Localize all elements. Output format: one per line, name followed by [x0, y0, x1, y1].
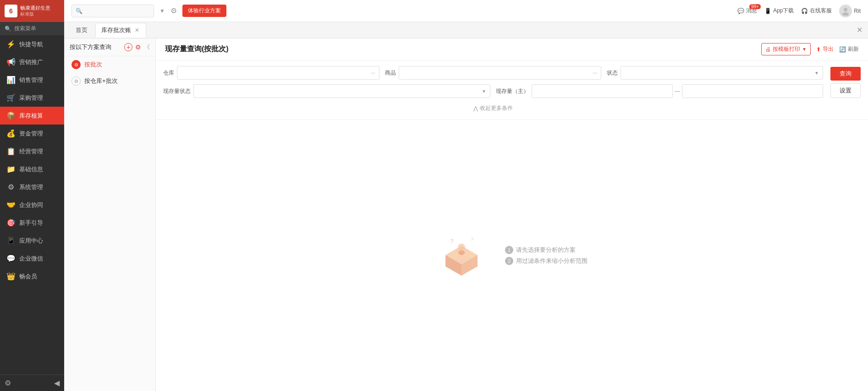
phone-icon: 📱: [764, 8, 771, 14]
tab-inventory-batch-close[interactable]: ✕: [134, 27, 140, 33]
sidebar-item-sales[interactable]: 📊 销售管理: [0, 71, 64, 89]
template-print-btn[interactable]: 🖨 按模板打印 ▼: [761, 43, 811, 55]
warehouse-field: 仓库 ···: [163, 66, 379, 80]
collapse-more-label: 收起更多条件: [480, 104, 513, 112]
settings-footer-icon[interactable]: ⚙: [5, 379, 11, 387]
settings-btn[interactable]: 设置: [830, 83, 861, 98]
product-field: 商品 ···: [385, 66, 601, 80]
sidebar-search[interactable]: 🔍 搜索菜单: [0, 22, 64, 35]
stock-status-field: 现存量状态 ▼: [163, 84, 490, 98]
online-service-btn[interactable]: 🎧 在线客服: [801, 7, 832, 15]
stock-status-label: 现存量状态: [163, 87, 191, 95]
refresh-btn[interactable]: 🔄 刷新: [839, 45, 859, 53]
topbar-search-box[interactable]: 🔍: [71, 5, 154, 17]
sidebar-item-purchase[interactable]: 🛒 采购管理: [0, 89, 64, 107]
content-header-actions: 🖨 按模板打印 ▼ ⬆ 导出 🔄 刷新: [761, 43, 859, 55]
filter-form: 仓库 ··· 商品 ···: [156, 60, 868, 120]
message-icon: 💬: [737, 8, 744, 14]
print-dropdown-icon[interactable]: ▼: [802, 47, 807, 52]
stock-status-select[interactable]: ▼: [193, 84, 490, 98]
sidebar-item-member[interactable]: 👑 畅会员: [0, 267, 64, 285]
user-profile-btn[interactable]: Rit: [839, 5, 861, 17]
topbar-search-input[interactable]: [84, 8, 139, 14]
sidebar-item-inventory[interactable]: 📦 库存核算: [0, 107, 64, 125]
query-buttons: 查询 设置: [830, 66, 861, 98]
quick-nav-icon: ⚡: [6, 40, 16, 49]
sidebar-item-basic[interactable]: 📁 基础信息: [0, 160, 64, 178]
sidebar-item-label: 新手引导: [19, 219, 43, 227]
status-label: 状态: [607, 69, 618, 77]
sidebar-item-label: 库存核算: [19, 112, 43, 120]
stock-qty-max-input[interactable]: [682, 84, 823, 98]
sidebar-item-quick-nav[interactable]: ⚡ 快捷导航: [0, 35, 64, 53]
topbar-search-icon: 🔍: [76, 8, 82, 14]
sidebar-item-label: 营销推广: [19, 58, 43, 66]
filter-panel-header: 按以下方案查询 + ⚙ 《: [64, 38, 155, 56]
sidebar-item-appcenter[interactable]: 📱 应用中心: [0, 232, 64, 250]
filter-panel: 按以下方案查询 + ⚙ 《 ⚙ 按批次 ⚙ 按仓库+批次: [64, 38, 156, 391]
scheme-batch-label: 按批次: [84, 60, 102, 69]
sidebar: 6 畅康通好生意 标准版 🔍 搜索菜单 ⚡ 快捷导航 📢 营销推广 📊 销售管理…: [0, 0, 64, 391]
tab-inventory-batch[interactable]: 库存批次账 ✕: [95, 23, 146, 38]
empty-illustration: ? ?: [436, 230, 487, 282]
status-select[interactable]: ▼: [621, 66, 823, 80]
topbar-dropdown-icon[interactable]: ▼: [159, 8, 165, 14]
product-select[interactable]: ···: [399, 66, 601, 80]
operation-icon: 📋: [6, 147, 16, 156]
collapse-sidebar-icon[interactable]: ◀: [54, 379, 60, 387]
export-icon: ⬆: [816, 46, 821, 53]
scheme-settings-icon[interactable]: ⚙: [135, 43, 141, 51]
collapse-up-icon: ⋀: [473, 105, 478, 112]
sidebar-item-wechat[interactable]: 💬 企业微信: [0, 250, 64, 267]
sidebar-item-label: 销售管理: [19, 76, 43, 84]
industry-btn[interactable]: 体验行业方案: [182, 5, 226, 17]
empty-state: ? ? 1 请先选择要分析的方案 2 用过滤条件来缩小分析范围: [156, 120, 868, 391]
sidebar-footer: ⚙ ◀: [0, 375, 64, 391]
tab-home[interactable]: 首页: [70, 23, 93, 38]
scheme-by-batch[interactable]: ⚙ 按批次: [64, 56, 155, 73]
sidebar-item-finance[interactable]: 💰 资金管理: [0, 125, 64, 142]
sidebar-item-system[interactable]: ⚙ 系统管理: [0, 178, 64, 196]
export-label: 导出: [823, 45, 834, 53]
search-icon: 🔍: [5, 26, 11, 32]
query-btn[interactable]: 查询: [830, 67, 861, 81]
sidebar-item-label: 应用中心: [19, 237, 43, 245]
system-icon: ⚙: [6, 183, 16, 191]
template-print-label: 按模板打印: [773, 45, 800, 53]
main-content: 现存量查询(按批次) 🖨 按模板打印 ▼ ⬆ 导出 🔄 刷新: [156, 38, 868, 391]
stock-qty-min-input[interactable]: [532, 84, 673, 98]
sidebar-item-label: 资金管理: [19, 130, 43, 138]
export-btn[interactable]: ⬆ 导出: [816, 45, 834, 53]
warehouse-select[interactable]: ···: [177, 66, 379, 80]
collapse-more-btn[interactable]: ⋀ 收起更多条件: [163, 103, 823, 114]
refresh-icon: 🔄: [839, 46, 846, 53]
sidebar-item-label: 畅会员: [19, 272, 37, 281]
svg-point-7: [458, 244, 465, 251]
avatar: [839, 5, 852, 17]
sidebar-item-marketing[interactable]: 📢 营销推广: [0, 53, 64, 71]
collapse-panel-icon[interactable]: 《: [144, 43, 150, 51]
finance-icon: 💰: [6, 129, 16, 138]
sidebar-item-label: 企业协同: [19, 201, 43, 209]
add-scheme-btn[interactable]: +: [124, 43, 132, 51]
sidebar-item-label: 快捷导航: [19, 40, 43, 49]
tab-panel-close-btn[interactable]: ✕: [857, 26, 863, 34]
messages-btn[interactable]: 💬 消息 99+: [737, 7, 757, 15]
sidebar-item-operation[interactable]: 📋 经营管理: [0, 142, 64, 160]
sidebar-item-enterprise[interactable]: 🤝 企业协同: [0, 196, 64, 214]
app-download-btn[interactable]: 📱 App下载: [764, 7, 794, 15]
messages-badge: 99+: [749, 4, 761, 9]
stock-qty-separator: —: [673, 88, 682, 94]
hint-num-2: 2: [505, 257, 513, 265]
hint-text-2: 用过滤条件来缩小分析范围: [516, 257, 588, 265]
app-name: 畅康通好生意: [20, 5, 50, 11]
app-download-label: App下载: [773, 7, 794, 15]
warehouse-label: 仓库: [163, 69, 174, 77]
print-icon: 🖨: [765, 46, 771, 53]
content-area: 按以下方案查询 + ⚙ 《 ⚙ 按批次 ⚙ 按仓库+批次 现存量查询(按批次): [64, 38, 868, 391]
topbar-settings-icon[interactable]: ⚙: [170, 6, 177, 15]
online-service-label: 在线客服: [810, 7, 832, 15]
scheme-by-warehouse-batch[interactable]: ⚙ 按仓库+批次: [64, 73, 155, 89]
topbar: 🔍 ▼ ⚙ 体验行业方案 💬 消息 99+ 📱 App下载 🎧 在线客服: [64, 0, 868, 22]
sidebar-item-newguide[interactable]: 🎯 新手引导: [0, 214, 64, 232]
